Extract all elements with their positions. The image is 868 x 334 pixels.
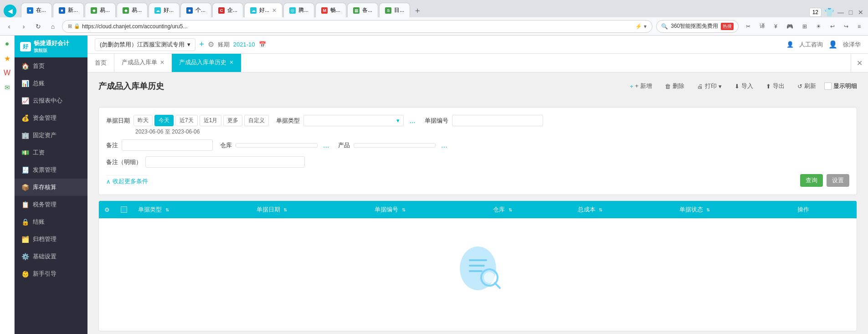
type-dots-button[interactable]: ...	[407, 117, 417, 125]
maximize-button[interactable]: □	[847, 9, 854, 16]
query-button[interactable]: 查询	[800, 174, 823, 187]
browser-tab-9[interactable]: ◎ 腾...	[283, 3, 314, 17]
yuan-icon[interactable]: ¥	[770, 21, 781, 31]
sidebar-item-payroll[interactable]: 💵 工资	[15, 144, 87, 161]
browser-tab-6[interactable]: ■ 个...	[180, 3, 211, 17]
th-doc-no[interactable]: 单据编号 ⇅	[369, 201, 488, 218]
header-checkbox[interactable]	[121, 206, 127, 213]
company-settings-icon[interactable]: ⚙	[208, 40, 214, 49]
browser-tab-11[interactable]: ▦ 各...	[347, 3, 378, 17]
close-button[interactable]: ✕	[857, 9, 864, 16]
page-tab-parent[interactable]: 产成品入库单 ✕	[114, 54, 172, 72]
app-icon-1[interactable]: ●	[1, 37, 14, 50]
browser-search-box[interactable]: 🔍 360智能抠图免费用 热搜	[656, 20, 739, 33]
page-tab-current[interactable]: 产成品入库单历史 ✕	[172, 54, 241, 72]
chevron-down-icon[interactable]: ▾	[644, 23, 647, 30]
export-button[interactable]: ⬆ 导出	[761, 80, 789, 92]
date-btn-1month[interactable]: 近1月	[200, 115, 222, 126]
tab-close-8[interactable]: ✕	[272, 7, 277, 14]
back-button[interactable]: ‹	[4, 21, 15, 32]
user-service-link[interactable]: 人工咨询	[799, 41, 823, 49]
minimize-button[interactable]: —	[837, 9, 844, 16]
settings-button[interactable]: 设置	[827, 174, 849, 187]
back-circle-icon[interactable]: ◀	[4, 5, 16, 17]
forward-button[interactable]: ›	[18, 21, 29, 32]
panel-close-icon[interactable]: ✕	[857, 59, 863, 67]
show-detail-toggle[interactable]: 显示明细	[824, 82, 857, 90]
date-btn-yesterday[interactable]: 昨天	[134, 115, 153, 126]
refresh-button[interactable]: ↻	[33, 21, 44, 32]
th-doc-date[interactable]: 单据日期 ⇅	[251, 201, 370, 218]
home-button[interactable]: ⌂	[47, 21, 58, 32]
app-icon-3[interactable]: W	[1, 67, 14, 79]
import-button[interactable]: ⬇ 导入	[730, 80, 758, 92]
undo-icon[interactable]: ↩	[827, 21, 838, 31]
collapse-button[interactable]: ∧ 收起更多条件	[106, 175, 148, 187]
sidebar-item-home[interactable]: 🏠 首页	[15, 57, 87, 75]
warehouse-dropdown[interactable]	[236, 143, 318, 148]
add-company-button[interactable]: +	[199, 40, 204, 49]
th-settings[interactable]: ⚙	[99, 201, 115, 218]
type-dropdown[interactable]: ▾	[303, 115, 404, 126]
th-total-cost[interactable]: 总成本 ⇅	[572, 201, 674, 218]
sidebar-item-inventory[interactable]: 📦 库存核算	[15, 179, 87, 196]
redo-icon[interactable]: ↪	[840, 21, 852, 31]
calendar-icon[interactable]: 📅	[259, 41, 266, 48]
grid-icon[interactable]: ⊞	[799, 21, 811, 31]
print-button[interactable]: 🖨 打印 ▾	[693, 80, 726, 92]
th-doc-status[interactable]: 单据状态 ⇅	[674, 201, 792, 218]
new-tab-button[interactable]: +	[411, 5, 424, 17]
browser-tab-8[interactable]: ☁ 好... ✕	[244, 3, 282, 17]
sidebar-item-funds[interactable]: 💰 资金管理	[15, 109, 87, 127]
scissors-icon[interactable]: ✂	[742, 21, 754, 31]
app-icon-2[interactable]: ★	[1, 52, 14, 65]
th-doc-type[interactable]: 单据类型 ⇅	[133, 201, 251, 218]
sidebar-item-new-guide[interactable]: 👶 新手引导	[15, 265, 87, 283]
date-btn-7days[interactable]: 近7天	[175, 115, 198, 126]
browser-tab-10[interactable]: M 畅...	[315, 3, 346, 17]
tab-panel-close[interactable]: ✕	[851, 54, 868, 72]
refresh-button[interactable]: ↺ 刷新	[793, 80, 821, 92]
sidebar-item-invoices[interactable]: 🧾 发票管理	[15, 161, 87, 179]
browser-tab-3[interactable]: ◆ 易...	[85, 3, 116, 17]
date-btn-today[interactable]: 今天	[154, 115, 174, 126]
add-button[interactable]: + + 新增	[625, 80, 657, 92]
sidebar-item-close-period[interactable]: 🔒 结账	[15, 213, 87, 231]
browser-tab-12[interactable]: S 目...	[379, 3, 410, 17]
product-dropdown[interactable]	[354, 143, 436, 148]
doc-no-input[interactable]	[452, 115, 543, 126]
warehouse-dots-button[interactable]: ...	[321, 141, 331, 149]
note-input[interactable]	[122, 139, 213, 151]
delete-button[interactable]: 🗑 删除	[660, 80, 689, 92]
sidebar-item-ledger[interactable]: 📊 总账	[15, 75, 87, 92]
page-tab-parent-close[interactable]: ✕	[160, 59, 164, 66]
app-icon-4[interactable]: ✉	[1, 81, 14, 94]
browser-tab-4[interactable]: ◆ 易...	[117, 3, 148, 17]
game-icon[interactable]: 🎮	[783, 21, 797, 31]
browser-tab-7[interactable]: C 企...	[212, 3, 243, 17]
sidebar-item-basic-settings[interactable]: ⚙️ 基础设置	[15, 248, 87, 265]
breadcrumb-home[interactable]: 首页	[95, 59, 107, 67]
brightness-icon[interactable]: ☀	[812, 21, 825, 31]
detail-note-input[interactable]	[145, 156, 305, 168]
th-checkbox[interactable]	[115, 201, 133, 218]
company-selector[interactable]: (勿删勿禁用）江西服宝测试专用 ▾	[95, 38, 195, 51]
sidebar-item-reports[interactable]: 📈 云报表中心	[15, 92, 87, 109]
sidebar-item-assets[interactable]: 🏢 固定资产	[15, 127, 87, 144]
browser-menu-icon[interactable]: ≡	[854, 21, 864, 31]
translate-icon[interactable]: 译	[756, 21, 769, 32]
show-detail-checkbox[interactable]	[824, 82, 832, 90]
date-btn-more[interactable]: 更多	[223, 115, 242, 126]
browser-tab-2[interactable]: ■ 新...	[53, 3, 84, 17]
sidebar-item-archive[interactable]: 🗂️ 归档管理	[15, 231, 87, 248]
sidebar-item-tax[interactable]: 📋 税务管理	[15, 196, 87, 213]
product-dots-button[interactable]: ...	[439, 141, 449, 149]
period-value[interactable]: 2021-10	[233, 41, 255, 48]
page-tab-current-close[interactable]: ✕	[229, 59, 234, 66]
browser-tab-1[interactable]: ● 在...	[21, 3, 52, 17]
date-btn-custom[interactable]: 自定义	[244, 115, 269, 126]
address-input[interactable]: ⊞ 🔒 https://cloud.chanjet.com/accounting…	[62, 20, 652, 33]
browser-tab-5[interactable]: ☁ 好...	[149, 3, 180, 17]
user-name[interactable]: 徐泽华	[843, 41, 861, 49]
th-warehouse[interactable]: 仓库 ⇅	[488, 201, 572, 218]
